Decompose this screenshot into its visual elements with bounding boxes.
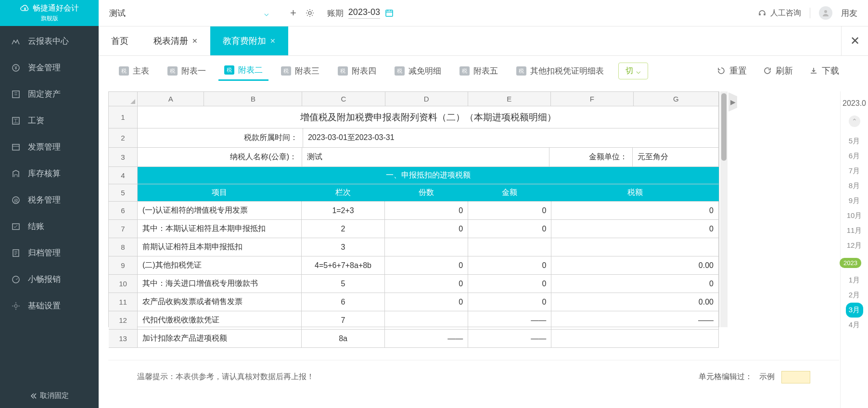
cell[interactable]: 0 bbox=[468, 275, 551, 293]
cell[interactable]: 2 bbox=[302, 220, 385, 238]
avatar[interactable] bbox=[819, 6, 832, 20]
cell[interactable]: 0.00 bbox=[551, 293, 719, 311]
cell[interactable]: 3 bbox=[302, 238, 385, 256]
month-item[interactable]: 10月 bbox=[847, 208, 862, 223]
month-item[interactable]: 8月 bbox=[847, 178, 862, 193]
sheet-tab-2[interactable]: 税附表二 bbox=[218, 61, 268, 81]
row-header[interactable]: 6 bbox=[109, 202, 138, 220]
tab-close[interactable]: ✕ bbox=[192, 37, 198, 45]
col-header[interactable]: F bbox=[551, 92, 634, 106]
cell[interactable]: 其中：本期认证相符且本期申报抵扣 bbox=[138, 220, 302, 238]
col-header[interactable]: A bbox=[138, 92, 204, 106]
cell[interactable]: (二)其他扣税凭证 bbox=[138, 256, 302, 275]
unpin-button[interactable]: 取消固定 bbox=[0, 391, 99, 400]
cell[interactable]: 6 bbox=[302, 293, 385, 311]
sidebar-item-0[interactable]: 云报表中心 bbox=[0, 28, 99, 54]
col-header[interactable]: E bbox=[468, 92, 551, 106]
cell[interactable] bbox=[551, 238, 719, 256]
row-header[interactable]: 12 bbox=[109, 311, 138, 330]
sidebar-item-3[interactable]: 工工资 bbox=[0, 107, 99, 134]
sheet-tab-6[interactable]: 税附表五 bbox=[454, 61, 504, 81]
cell[interactable]: 7 bbox=[302, 311, 385, 330]
sidebar-item-9[interactable]: 小畅报销 bbox=[0, 266, 99, 293]
reset-button[interactable]: 重置 bbox=[717, 65, 747, 76]
calendar-icon[interactable] bbox=[385, 9, 394, 17]
cell[interactable]: —— bbox=[551, 311, 719, 330]
download-button[interactable]: 下载 bbox=[809, 65, 839, 76]
sidebar-item-6[interactable]: 税税务管理 bbox=[0, 187, 99, 213]
cell[interactable]: 1=2+3 bbox=[302, 202, 385, 220]
cell[interactable]: 0 bbox=[551, 220, 719, 238]
month-item[interactable]: 6月 bbox=[847, 149, 862, 164]
cell[interactable]: (一)认证相符的增值税专用发票 bbox=[138, 202, 302, 220]
month-item[interactable]: 2月 bbox=[846, 288, 863, 303]
cell[interactable]: 0 bbox=[551, 202, 719, 220]
row-header[interactable]: 5 bbox=[109, 184, 138, 202]
sheet-tab-3[interactable]: 税附表三 bbox=[275, 61, 325, 81]
close-all-tabs[interactable]: ✕ bbox=[841, 26, 868, 55]
col-header[interactable]: G bbox=[634, 92, 719, 106]
month-item[interactable]: 11月 bbox=[847, 223, 862, 238]
sheet-tab-5[interactable]: 税减免明细 bbox=[389, 61, 447, 81]
cell[interactable]: 0 bbox=[468, 202, 551, 220]
row-header[interactable]: 11 bbox=[109, 293, 138, 311]
month-item[interactable]: 3月 bbox=[846, 303, 863, 318]
sidebar-item-4[interactable]: 发票管理 bbox=[0, 134, 99, 160]
cell[interactable]: —— bbox=[468, 311, 551, 330]
sidebar-item-8[interactable]: 归档管理 bbox=[0, 240, 99, 266]
period-value[interactable]: 2023-03 bbox=[348, 7, 380, 19]
tab-0[interactable]: 首页 bbox=[99, 26, 141, 55]
tab-2[interactable]: 教育费附加✕ bbox=[210, 26, 288, 55]
month-item[interactable]: 7月 bbox=[847, 164, 862, 178]
month-item[interactable]: 12月 bbox=[847, 238, 862, 253]
row-header[interactable]: 9 bbox=[109, 256, 138, 275]
row-header[interactable]: 13 bbox=[109, 330, 138, 348]
cell[interactable]: 8a bbox=[302, 330, 385, 348]
row-header[interactable]: 8 bbox=[109, 238, 138, 256]
cell[interactable]: 0 bbox=[385, 220, 468, 238]
row-header[interactable]: 1 bbox=[109, 106, 138, 128]
tab-close[interactable]: ✕ bbox=[270, 37, 276, 45]
col-header[interactable]: B bbox=[204, 92, 302, 106]
cell[interactable]: 农产品收购发票或者销售发票 bbox=[138, 293, 302, 311]
sidebar-item-5[interactable]: 库存核算 bbox=[0, 160, 99, 187]
sidebar-item-7[interactable]: 结账 bbox=[0, 213, 99, 240]
row-header[interactable]: 7 bbox=[109, 220, 138, 238]
sidebar-item-10[interactable]: 基础设置 bbox=[0, 293, 99, 319]
collapse-button[interactable]: ⌃ bbox=[849, 115, 860, 127]
cell[interactable]: 0 bbox=[385, 202, 468, 220]
username[interactable]: 用友 bbox=[841, 8, 857, 19]
cell[interactable]: 0.00 bbox=[551, 256, 719, 275]
row-header[interactable]: 10 bbox=[109, 275, 138, 293]
consult-button[interactable]: 人工咨询 bbox=[758, 8, 801, 18]
cell[interactable]: 其中：海关进口增值税专用缴款书 bbox=[138, 275, 302, 293]
org-selector[interactable]: 测试 ⌵ bbox=[109, 8, 282, 19]
cell[interactable] bbox=[385, 311, 468, 330]
cell[interactable]: 0 bbox=[551, 275, 719, 293]
col-header[interactable]: C bbox=[302, 92, 385, 106]
sheet-tab-1[interactable]: 税附表一 bbox=[162, 61, 212, 81]
cell[interactable]: 5 bbox=[302, 275, 385, 293]
month-item[interactable]: 9月 bbox=[847, 193, 862, 208]
scrollbar-thumb[interactable] bbox=[721, 93, 727, 161]
cell[interactable] bbox=[468, 238, 551, 256]
switch-button[interactable]: 切 ⌵ bbox=[618, 63, 648, 79]
cell[interactable]: 加计扣除农产品进项税额 bbox=[138, 330, 302, 348]
row-header[interactable]: 2 bbox=[109, 128, 138, 148]
cell[interactable]: —— bbox=[385, 330, 468, 348]
cell[interactable]: 0 bbox=[468, 220, 551, 238]
add-button[interactable]: + bbox=[290, 7, 296, 19]
cell[interactable] bbox=[385, 238, 468, 256]
settings-button[interactable] bbox=[305, 8, 315, 18]
cell[interactable] bbox=[551, 330, 719, 348]
year-top[interactable]: 2023.0 bbox=[841, 96, 868, 111]
cell[interactable]: 0 bbox=[385, 275, 468, 293]
cell[interactable]: 0 bbox=[385, 256, 468, 275]
row-header[interactable]: 3 bbox=[109, 148, 138, 167]
cell[interactable]: 前期认证相符且本期申报抵扣 bbox=[138, 238, 302, 256]
month-item[interactable]: 5月 bbox=[847, 134, 862, 149]
col-header[interactable]: D bbox=[385, 92, 468, 106]
cell[interactable]: 代扣代缴税收缴款凭证 bbox=[138, 311, 302, 330]
refresh-button[interactable]: 刷新 bbox=[763, 65, 793, 76]
sheet-tab-4[interactable]: 税附表四 bbox=[332, 61, 382, 81]
